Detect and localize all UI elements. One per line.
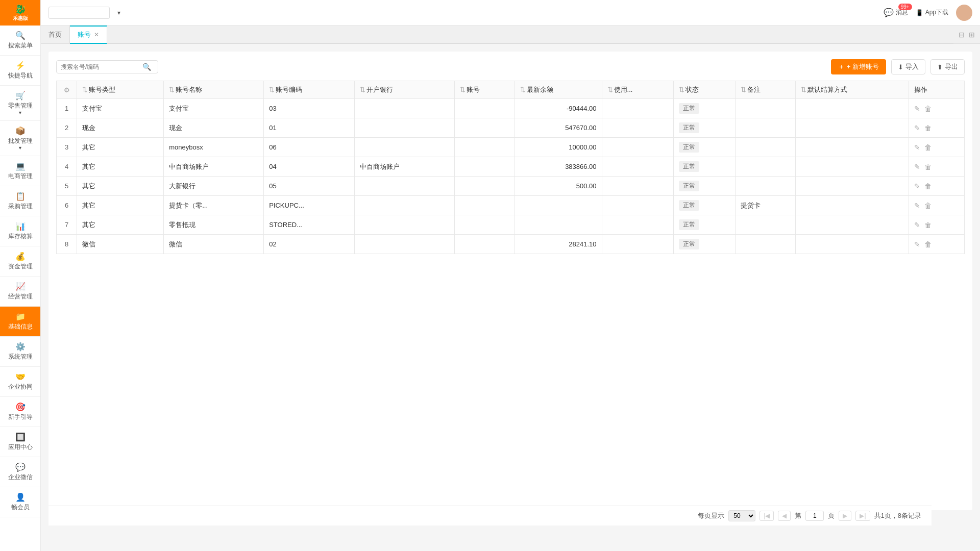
row-bank-5 <box>354 196 454 215</box>
sidebar-item-12[interactable]: 🎯新手引导 <box>0 397 40 427</box>
page-prev-button[interactable]: ◀ <box>778 511 791 521</box>
delete-icon-7[interactable]: 🗑 <box>924 240 932 248</box>
col-code-sort-icon[interactable]: ⇅ <box>269 86 275 93</box>
topbar-search-input[interactable] <box>48 7 110 19</box>
row-status-7: 正常 <box>673 235 735 254</box>
row-type-7: 微信 <box>77 235 164 254</box>
edit-icon-2[interactable]: ✎ <box>914 143 920 152</box>
sidebar-label-5: 采购管理 <box>8 202 33 211</box>
action-icons-0: ✎ 🗑 <box>914 105 959 113</box>
sidebar-item-14[interactable]: 💬企业微信 <box>0 457 40 487</box>
status-badge-0: 正常 <box>679 103 699 114</box>
export-button[interactable]: ⬆ 导出 <box>930 59 965 74</box>
sidebar-item-6[interactable]: 📊库存核算 <box>0 216 40 246</box>
sidebar-item-3[interactable]: 📦批发管理▼ <box>0 121 40 156</box>
edit-icon-3[interactable]: ✎ <box>914 163 920 171</box>
delete-icon-2[interactable]: 🗑 <box>924 143 932 152</box>
sidebar-item-1[interactable]: ⚡快捷导航 <box>0 56 40 86</box>
edit-icon-6[interactable]: ✎ <box>914 221 920 229</box>
sidebar-label-7: 资金管理 <box>8 262 33 271</box>
sidebar-item-11[interactable]: 🤝企业协同 <box>0 367 40 397</box>
row-name-4: 大新银行 <box>164 177 264 196</box>
sidebar-item-4[interactable]: 💻电商管理 <box>0 156 40 186</box>
edit-icon-5[interactable]: ✎ <box>914 202 920 210</box>
settings-gear-icon[interactable]: ⚙ <box>64 86 70 94</box>
delete-icon-6[interactable]: 🗑 <box>924 221 932 229</box>
page-next-button[interactable]: ▶ <box>839 511 851 521</box>
sidebar-icon-10: ⚙️ <box>15 342 26 352</box>
col-balance-sort-icon[interactable]: ⇅ <box>520 86 526 93</box>
user-avatar[interactable] <box>956 5 972 21</box>
page-input[interactable] <box>805 511 824 521</box>
col-status-sort-icon[interactable]: ⇅ <box>679 86 684 93</box>
edit-icon-4[interactable]: ✎ <box>914 182 920 190</box>
page-last-button[interactable]: ▶| <box>855 511 870 521</box>
search-input[interactable] <box>61 63 142 70</box>
app-download-label: App下载 <box>925 8 948 17</box>
sidebar-item-15[interactable]: 👤畅会员 <box>0 487 40 517</box>
sidebar-label-3: 批发管理 <box>8 137 33 145</box>
tab-account[interactable]: 账号 ✕ <box>70 26 107 44</box>
toolbar-left: 🔍 <box>56 60 158 73</box>
search-icon[interactable]: 🔍 <box>142 63 151 71</box>
content-card: 🔍 ＋ + 新增账号 ⬇ 导入 ⬆ 导出 <box>48 52 972 510</box>
tab-home[interactable]: 首页 <box>41 26 70 44</box>
col-usage-sort-icon[interactable]: ⇅ <box>607 86 613 93</box>
row-status-1: 正常 <box>673 118 735 138</box>
col-settings[interactable]: ⚙ <box>57 81 77 99</box>
sidebar-item-5[interactable]: 📋采购管理 <box>0 186 40 216</box>
sidebar-icon-3: 📦 <box>15 126 26 136</box>
delete-icon-5[interactable]: 🗑 <box>924 202 932 210</box>
row-type-1: 现金 <box>77 118 164 138</box>
col-remark-sort-icon[interactable]: ⇅ <box>741 86 746 93</box>
row-name-6: 零售抵现 <box>164 215 264 235</box>
edit-icon-1[interactable]: ✎ <box>914 124 920 132</box>
delete-icon-0[interactable]: 🗑 <box>924 105 932 113</box>
message-button[interactable]: 💬 消息 99+ <box>884 8 908 17</box>
col-type-sort-icon[interactable]: ⇅ <box>82 86 88 93</box>
col-bank-sort-icon[interactable]: ⇅ <box>360 86 365 93</box>
col-account-sort-icon[interactable]: ⇅ <box>460 86 465 93</box>
row-actions-7: ✎ 🗑 <box>909 235 965 254</box>
topbar-dropdown[interactable]: ▾ <box>117 9 120 16</box>
app-download-button[interactable]: 📱 App下载 <box>916 8 948 17</box>
sidebar-item-8[interactable]: 📈经营管理 <box>0 277 40 307</box>
import-icon: ⬇ <box>898 63 903 71</box>
delete-icon-1[interactable]: 🗑 <box>924 124 932 132</box>
col-name-sort-icon[interactable]: ⇅ <box>169 86 175 93</box>
row-status-4: 正常 <box>673 177 735 196</box>
row-balance-6 <box>515 215 602 235</box>
table-row: 8 微信 微信 02 28241.10 正常 ✎ 🗑 <box>57 235 965 254</box>
sidebar-item-10[interactable]: ⚙️系统管理 <box>0 337 40 367</box>
edit-icon-7[interactable]: ✎ <box>914 240 920 248</box>
col-code: ⇅账号编码 <box>264 81 354 99</box>
sidebar-item-13[interactable]: 🔲应用中心 <box>0 427 40 457</box>
row-num-1: 2 <box>57 118 77 138</box>
add-account-button[interactable]: ＋ + 新增账号 <box>831 59 886 74</box>
sidebar-item-7[interactable]: 💰资金管理 <box>0 246 40 277</box>
row-remark-4 <box>735 177 796 196</box>
row-default-pay-5 <box>796 196 909 215</box>
col-default-pay-sort-icon[interactable]: ⇅ <box>801 86 806 93</box>
tab-minimize-icon[interactable]: ⊟ <box>959 31 965 39</box>
tab-maximize-icon[interactable]: ⊞ <box>969 31 975 39</box>
page-first-button[interactable]: |◀ <box>760 511 774 521</box>
sidebar-item-2[interactable]: 🛒零售管理▼ <box>0 86 40 121</box>
delete-icon-3[interactable]: 🗑 <box>924 163 932 171</box>
sidebar-item-9[interactable]: 📁基础信息 <box>0 307 40 337</box>
row-actions-4: ✎ 🗑 <box>909 177 965 196</box>
sidebar-icon-14: 💬 <box>15 462 26 472</box>
row-balance-0: -90444.00 <box>515 99 602 118</box>
row-actions-5: ✎ 🗑 <box>909 196 965 215</box>
sidebar-item-0[interactable]: 🔍搜索菜单 <box>0 26 40 56</box>
action-icons-3: ✎ 🗑 <box>914 163 959 171</box>
table-row: 7 其它 零售抵现 STORED... 正常 ✎ 🗑 <box>57 215 965 235</box>
row-actions-0: ✎ 🗑 <box>909 99 965 118</box>
tab-close-icon[interactable]: ✕ <box>94 31 99 38</box>
page-size-select[interactable]: 50 20 100 <box>728 510 755 521</box>
row-code-5: PICKUPC... <box>264 196 354 215</box>
delete-icon-4[interactable]: 🗑 <box>924 182 932 190</box>
import-button[interactable]: ⬇ 导入 <box>891 59 925 74</box>
row-name-2: moneybosx <box>164 138 264 157</box>
edit-icon-0[interactable]: ✎ <box>914 105 920 113</box>
